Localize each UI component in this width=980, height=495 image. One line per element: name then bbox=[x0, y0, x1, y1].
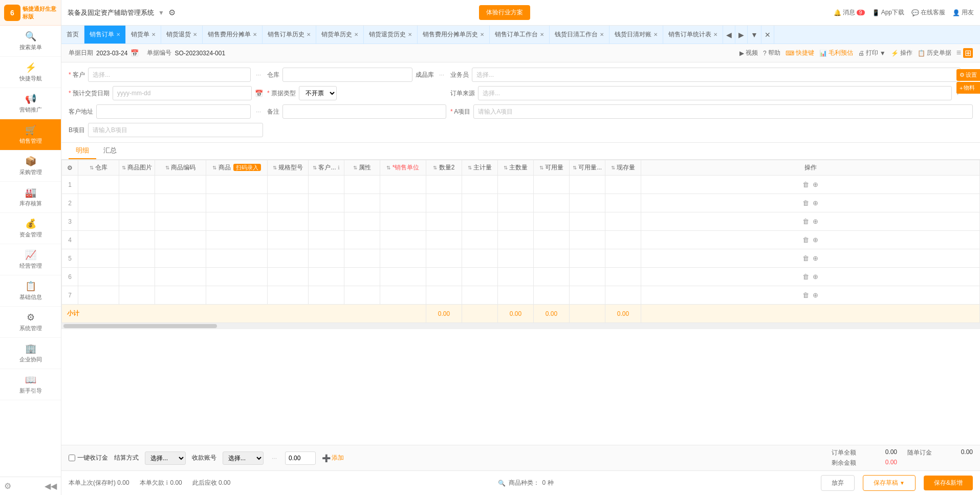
delete-icon-6[interactable]: 🗑 bbox=[801, 272, 810, 282]
delete-icon-4[interactable]: 🗑 bbox=[801, 235, 810, 245]
cell-unit-6[interactable] bbox=[380, 268, 426, 286]
cell-spec-1[interactable] bbox=[268, 176, 309, 194]
tab-sales-fee-history-close[interactable]: ✕ bbox=[480, 32, 484, 37]
cell-available-4[interactable] bbox=[534, 231, 570, 249]
cell-img-4[interactable] bbox=[119, 231, 155, 249]
list-view-icon[interactable]: ≡ bbox=[956, 48, 961, 58]
cell-stock-6[interactable] bbox=[605, 268, 641, 286]
settings-icon[interactable]: ⚙ bbox=[168, 8, 176, 17]
current-debt-icon[interactable]: ℹ bbox=[166, 479, 168, 486]
cell-cust-code-4[interactable] bbox=[309, 231, 344, 249]
cell-main-qty-6[interactable] bbox=[498, 268, 534, 286]
cell-attr-4[interactable] bbox=[344, 231, 380, 249]
delete-icon-3[interactable]: 🗑 bbox=[801, 217, 810, 226]
tab-sales-refund-history-close[interactable]: ✕ bbox=[408, 32, 412, 37]
copy-icon-1[interactable]: ⊕ bbox=[812, 180, 819, 189]
cell-warehouse-2[interactable] bbox=[78, 194, 119, 212]
cell-main-qty-5[interactable] bbox=[498, 249, 534, 268]
tab-sales-order-workbench-close[interactable]: ✕ bbox=[540, 32, 544, 37]
cell-stock-7[interactable] bbox=[605, 286, 641, 305]
customer-input[interactable] bbox=[88, 68, 251, 82]
cell-attr-2[interactable] bbox=[344, 194, 380, 212]
cell-main-qty-3[interactable] bbox=[498, 212, 534, 231]
tab-detail[interactable]: 明细 bbox=[69, 143, 96, 159]
tab-sales-fee-split-close[interactable]: ✕ bbox=[253, 32, 257, 37]
cell-available2-3[interactable] bbox=[570, 212, 605, 231]
tab-sales-fee-split[interactable]: 销售费用分摊单 ✕ bbox=[203, 26, 263, 44]
cell-code-3[interactable] bbox=[155, 212, 206, 231]
tab-expand-btn[interactable]: ▼ bbox=[748, 26, 761, 44]
th-main-qty[interactable]: ⇅ 主数量 bbox=[498, 160, 534, 176]
tab-cash-daily-workbench[interactable]: 钱货日清工作台 ✕ bbox=[550, 26, 609, 44]
tab-sales-order-workbench[interactable]: 销售订单工作台 ✕ bbox=[490, 26, 550, 44]
address-more-btn[interactable]: ··· bbox=[254, 108, 263, 115]
sidebar-item-system[interactable]: ⚙ 系统管理 bbox=[0, 307, 61, 338]
tab-cash-reconcile[interactable]: 钱货日清对账 ✕ bbox=[609, 26, 663, 44]
salesperson-input[interactable] bbox=[472, 68, 961, 82]
delivery-calendar-icon[interactable]: 📅 bbox=[255, 90, 263, 97]
action-help[interactable]: ? 帮助 bbox=[763, 49, 780, 57]
sidebar-item-search[interactable]: 🔍 搜索菜单 bbox=[0, 26, 61, 57]
cell-attr-5[interactable] bbox=[344, 249, 380, 268]
cell-img-7[interactable] bbox=[119, 286, 155, 305]
sidebar-item-enterprise[interactable]: 🏢 企业协同 bbox=[0, 338, 61, 369]
cell-name-5[interactable] bbox=[206, 249, 268, 268]
b-project-input[interactable] bbox=[88, 123, 263, 137]
cell-available-5[interactable] bbox=[534, 249, 570, 268]
cell-img-1[interactable] bbox=[119, 176, 155, 194]
cell-available-7[interactable] bbox=[534, 286, 570, 305]
cell-unit-4[interactable] bbox=[380, 231, 426, 249]
tab-close-all-btn[interactable]: ✕ bbox=[761, 26, 774, 44]
cell-main-unit-4[interactable] bbox=[462, 231, 498, 249]
customer-more-btn[interactable]: ··· bbox=[254, 71, 263, 78]
cell-warehouse-3[interactable] bbox=[78, 212, 119, 231]
cell-available2-6[interactable] bbox=[570, 268, 605, 286]
cell-stock-4[interactable] bbox=[605, 231, 641, 249]
cell-attr-7[interactable] bbox=[344, 286, 380, 305]
th-attribute[interactable]: ⇅ 属性 bbox=[344, 160, 380, 176]
cell-code-4[interactable] bbox=[155, 231, 206, 249]
copy-icon-4[interactable]: ⊕ bbox=[812, 235, 819, 245]
cell-qty2-2[interactable] bbox=[426, 194, 462, 212]
cell-available2-4[interactable] bbox=[570, 231, 605, 249]
action-view[interactable]: ▶ 视频 bbox=[739, 49, 758, 57]
cell-cust-code-7[interactable] bbox=[309, 286, 344, 305]
cell-name-3[interactable] bbox=[206, 212, 268, 231]
warehouse-input[interactable] bbox=[282, 68, 412, 82]
cell-spec-4[interactable] bbox=[268, 231, 309, 249]
cell-unit-7[interactable] bbox=[380, 286, 426, 305]
sidebar-item-finance[interactable]: 💰 资金管理 bbox=[0, 213, 61, 244]
cell-spec-5[interactable] bbox=[268, 249, 309, 268]
cell-available-6[interactable] bbox=[534, 268, 570, 286]
cell-cust-code-2[interactable] bbox=[309, 194, 344, 212]
cell-available-3[interactable] bbox=[534, 212, 570, 231]
account-select[interactable]: 选择... bbox=[223, 451, 264, 465]
save-draft-button[interactable]: 保存草稿 ▼ bbox=[863, 475, 916, 491]
copy-icon-2[interactable]: ⊕ bbox=[812, 198, 819, 208]
address-input[interactable] bbox=[96, 104, 251, 119]
th-gear[interactable]: ⚙ bbox=[62, 160, 78, 176]
date-calendar-icon[interactable]: 📅 bbox=[130, 49, 139, 57]
cell-code-6[interactable] bbox=[155, 268, 206, 286]
th-product-code[interactable]: ⇅ 商品编码 bbox=[155, 160, 206, 176]
cell-stock-2[interactable] bbox=[605, 194, 641, 212]
action-print[interactable]: 🖨 打印 ▼ bbox=[858, 49, 886, 57]
cell-available2-7[interactable] bbox=[570, 286, 605, 305]
one-click-deposit-checkbox[interactable] bbox=[69, 455, 75, 461]
cell-name-7[interactable] bbox=[206, 286, 268, 305]
cell-cust-code-5[interactable] bbox=[309, 249, 344, 268]
scan-btn[interactable]: 扫码录入 bbox=[233, 164, 261, 171]
cell-warehouse-7[interactable] bbox=[78, 286, 119, 305]
cell-unit-2[interactable] bbox=[380, 194, 426, 212]
cell-code-7[interactable] bbox=[155, 286, 206, 305]
cell-img-5[interactable] bbox=[119, 249, 155, 268]
app-download-item[interactable]: 📱 App下载 bbox=[872, 8, 904, 17]
settings-bottom-icon[interactable]: ⚙ bbox=[4, 481, 11, 491]
tab-sales-summary[interactable]: 销售订单统计表 ✕ bbox=[663, 26, 723, 44]
tab-sales-return-history[interactable]: 销货单历史 ✕ bbox=[316, 26, 364, 44]
action-shortcut[interactable]: ⌨ 快捷键 bbox=[786, 49, 814, 57]
cell-qty2-7[interactable] bbox=[426, 286, 462, 305]
cell-warehouse-6[interactable] bbox=[78, 268, 119, 286]
action-operations[interactable]: ⚡ 操作 bbox=[891, 49, 912, 57]
copy-icon-5[interactable]: ⊕ bbox=[812, 253, 819, 263]
